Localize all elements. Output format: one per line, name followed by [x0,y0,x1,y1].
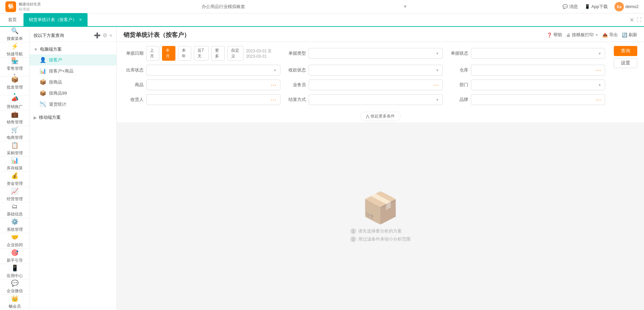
settlement-control[interactable]: ▼ [309,94,443,105]
record-type-label: 单据类型 [286,50,306,56]
plan-item-return-stats[interactable]: 📉 退货统计 [30,99,116,110]
window-close-btn[interactable]: ✕ [630,17,634,23]
help-btn[interactable]: ❓ 帮助 [547,32,562,38]
settlement-arrow: ▼ [436,98,439,102]
phone-icon: 📱 [585,4,590,9]
receipt-status-control[interactable]: ▼ [309,65,443,75]
industry-label: 办公用品行业模拟账套 [202,4,245,10]
record-type-control[interactable]: ▼ [309,48,443,59]
tab-sales-stats[interactable]: 销货单统计表（按客户） ✕ [23,13,88,27]
empty-hints: 1 请先选择要分析的方案 2 用过滤条件来缩小分析范围 [350,228,411,242]
out-status-arrow: ▼ [273,68,277,72]
by-customer-label: 按客户 [49,57,62,63]
collapse-more-btn[interactable]: ⋀ 收起更多条件 [360,112,400,121]
sidebar-item-wechat[interactable]: 💬 企业微信 [0,279,29,295]
filter-field-brand: 品牌 ··· [448,94,605,105]
recipient-control[interactable]: ··· [146,94,280,105]
sidebar-item-retail[interactable]: 🏪 零售管理 ▼ [0,58,29,76]
record-status-control[interactable]: ▼ [471,48,605,59]
date-btn-more[interactable]: 更多 [211,46,224,61]
sidebar-item-basics[interactable]: 🗂 基础信息 [0,203,29,218]
date-btn-7days[interactable]: 近7天 [194,46,209,61]
message-btn[interactable]: 💬 消息 [562,4,578,10]
apps-icon: 📱 [11,264,18,272]
sidebar-item-finance[interactable]: 💰 资金管理 [0,172,29,187]
recipient-label: 收货人 [123,97,144,103]
hint-text-2: 用过滤条件来缩小分析范围 [358,236,411,242]
template-print-btn[interactable]: 🖨 按模板打印 ▼ [566,32,598,38]
app-download-btn[interactable]: 📱 App下载 [585,4,608,10]
logo-icon: 畅 [5,1,16,12]
desktop-group-label: 电脑端方案 [40,46,62,52]
salesperson-control[interactable]: ··· [309,80,443,90]
plan-item-product-99[interactable]: 📦 按商品99 [30,88,116,99]
empty-hint-1: 1 请先选择要分析的方案 [350,228,411,234]
date-btn-custom[interactable]: 自定义 [227,46,244,61]
filter-field-out-status: 出库状态 ▼ [123,65,280,75]
collapse-panel-btn[interactable]: « [109,32,112,39]
query-button[interactable]: 查询 [614,46,637,56]
plan-item-by-product[interactable]: 📦 按商品 [30,76,116,88]
page-title: 销货单统计表（按客户） [123,31,190,39]
filter-field-settlement: 结算方式 ▼ [286,94,443,105]
tab-home[interactable]: 首页 [3,13,22,27]
tab-bar: 首页 销货单统计表（按客户） ✕ ✕ ⛶ [0,13,644,27]
sidebar-item-ecommerce[interactable]: 🛒 电商管理 [0,126,29,141]
quick-nav-label: 快捷导航 [7,51,23,57]
plan-group-mobile-header[interactable]: ▶ 移动端方案 [30,112,116,122]
warehouse-control[interactable]: ··· [471,65,605,75]
refresh-btn[interactable]: 🔄 刷新 [622,32,637,38]
window-max-btn[interactable]: ⛶ [637,17,641,22]
out-status-control[interactable]: ▼ [146,65,280,75]
sidebar-item-marketing[interactable]: 📣 营销推广 [0,95,29,111]
date-btn-this-month[interactable]: 本月 [162,46,175,61]
sidebar-item-member[interactable]: 👑 畅会员 [0,295,29,310]
wholesale-icon: 📦 [11,76,18,83]
plan-item-customer-product[interactable]: 📊 按客户+商品 [30,65,116,76]
brand-control[interactable]: ··· [471,94,605,105]
date-btn-this-year[interactable]: 本年 [178,46,191,61]
record-status-label: 单据状态 [448,50,468,56]
recipient-dots: ··· [271,97,277,102]
settings-plan-btn[interactable]: ⚙ [103,32,107,39]
sidebar-item-system[interactable]: ⚙️ 系统管理 [0,218,29,234]
filter-field-receipt-status: 收款状态 ▼ [286,65,443,75]
filter-row-date: 单据日期 上月 本月 本年 近7天 更多 自定义 2023-03-01 至 20… [123,46,637,61]
empty-state: 📦 1 请先选择要分析的方案 2 用过滤条件来缩小分析范围 [117,122,644,310]
user-menu[interactable]: Ea demo2 [614,2,639,11]
warehouse-dots: ··· [596,68,601,73]
left-panel-title: 按以下方案查询 [34,33,64,39]
sidebar-item-collab[interactable]: 🤝 企业协同 [0,233,29,249]
date-btn-last-month[interactable]: 上月 [146,46,159,61]
sales-stats-tab-label: 销货单统计表（按客户） [29,17,77,23]
avatar: Ea [614,2,624,11]
sidebar-item-apps[interactable]: 📱 应用中心 [0,264,29,279]
settings-button[interactable]: 设置 [614,58,637,68]
sidebar: 🔍 搜索菜单 ⚡ 快捷导航 🏪 零售管理 ▼ 📦 批发管理 ▲ 📣 营销推广 💼… [0,27,30,310]
hint-num-1: 1 [350,228,356,234]
sidebar-item-guide[interactable]: 🎯 新手引导 [0,249,29,264]
empty-illustration: 📦 [362,190,399,225]
industry-dropdown[interactable]: ▼ [403,4,407,9]
sidebar-item-sales[interactable]: 💼 销售管理 [0,110,29,126]
plan-item-by-customer[interactable]: 👤 按客户 [30,54,116,65]
warehouse-label: 仓库 [448,67,468,73]
sidebar-item-inventory[interactable]: 📊 库存核算 [0,157,29,172]
sales-label: 销售管理 [7,119,23,125]
add-plan-btn[interactable]: ➕ [94,32,101,39]
department-control[interactable]: ▼ [471,80,605,90]
sidebar-item-search-menu[interactable]: 🔍 搜索菜单 [0,27,29,42]
tab-controls: ✕ ⛶ [630,17,641,23]
sidebar-item-purchase[interactable]: 📋 采购管理 [0,141,29,157]
collapse-up-icon: ⋀ [366,114,369,119]
plan-group-desktop-header[interactable]: ▼ 电脑端方案 [30,44,116,54]
tab-close-btn[interactable]: ✕ [79,17,82,22]
page-actions: ❓ 帮助 🖨 按模板打印 ▼ 📤 导出 🔄 刷新 [547,32,637,38]
sidebar-item-wholesale[interactable]: 📦 批发管理 ▲ [0,76,29,95]
export-btn[interactable]: 📤 导出 [602,32,618,38]
product-control[interactable]: ··· [146,80,280,90]
sidebar-item-business[interactable]: 📈 经营管理 [0,187,29,203]
product-dots: ··· [271,83,277,88]
filter-field-record-status: 单据状态 ▼ [448,48,605,59]
sidebar-item-quick-nav[interactable]: ⚡ 快捷导航 [0,42,29,58]
